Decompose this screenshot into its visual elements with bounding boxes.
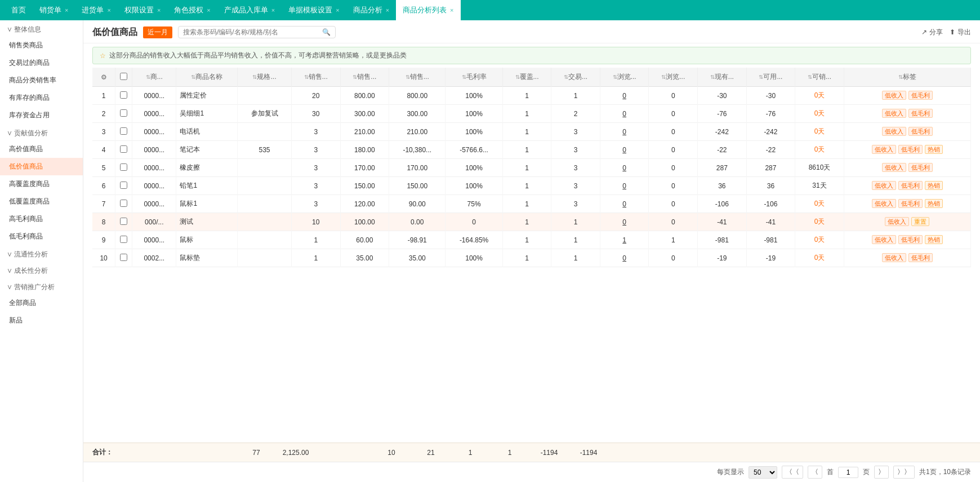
row-checkbox[interactable]: [120, 145, 127, 153]
row-view1[interactable]: 1: [600, 231, 649, 249]
col-coverage[interactable]: ⇅覆盖...: [502, 68, 551, 87]
row-checkbox-cell[interactable]: [115, 213, 132, 231]
row-checkbox-cell[interactable]: [115, 195, 132, 213]
col-settings[interactable]: ⚙: [92, 68, 115, 87]
search-icon[interactable]: 🔍: [322, 28, 331, 36]
nav-item-商品分析列表[interactable]: 商品分析列表×: [396, 0, 460, 20]
row-view1[interactable]: 0: [600, 249, 649, 267]
sidebar-item-低价值商品[interactable]: 低价值商品: [0, 158, 83, 175]
sidebar-item-高覆盖度商品[interactable]: 高覆盖度商品: [0, 175, 83, 193]
prev-page-btn[interactable]: 〈: [808, 466, 822, 479]
nav-item-产成品入库单[interactable]: 产成品入库单×: [217, 0, 282, 20]
nav-item-商品分析[interactable]: 商品分析×: [346, 0, 396, 20]
time-tag-btn[interactable]: 近一月: [143, 26, 172, 38]
col-checkbox[interactable]: [115, 68, 132, 87]
row-view1[interactable]: 0: [600, 177, 649, 195]
sidebar-item-低覆盖度商品[interactable]: 低覆盖度商品: [0, 193, 83, 210]
row-amount: 210.00: [389, 123, 446, 141]
settings-icon[interactable]: ⚙: [101, 73, 107, 81]
sidebar-item-商品分类销售率[interactable]: 商品分类销售率: [0, 72, 83, 89]
row-view1[interactable]: 0: [600, 195, 649, 213]
row-checkbox-cell[interactable]: [115, 141, 132, 159]
row-checkbox[interactable]: [120, 182, 127, 189]
row-checkbox[interactable]: [120, 109, 127, 117]
select-all-checkbox[interactable]: [120, 73, 127, 80]
col-spec[interactable]: ⇅规格...: [238, 68, 292, 87]
close-icon[interactable]: ×: [107, 7, 110, 14]
row-checkbox-cell[interactable]: [115, 123, 132, 141]
row-checkbox-cell[interactable]: [115, 159, 132, 177]
nav-item-进货单[interactable]: 进货单×: [75, 0, 117, 20]
share-button[interactable]: ↗ 分享: [921, 28, 943, 37]
sidebar-group-整体信息[interactable]: ∨ 整体信息: [0, 20, 83, 37]
close-icon[interactable]: ×: [207, 7, 210, 14]
row-view1[interactable]: 0: [600, 105, 649, 123]
row-checkbox-cell[interactable]: [115, 105, 132, 123]
close-icon[interactable]: ×: [450, 7, 453, 14]
sidebar-group-贡献值分析[interactable]: ∨ 贡献值分析: [0, 124, 83, 140]
search-input[interactable]: [183, 28, 320, 36]
col-code[interactable]: ⇅商...: [132, 68, 176, 87]
col-sellable[interactable]: ⇅可销...: [795, 68, 844, 87]
page-size-select[interactable]: 50 100 200: [749, 466, 777, 479]
close-icon[interactable]: ×: [271, 7, 275, 14]
row-checkbox[interactable]: [120, 236, 127, 243]
sidebar-item-交易过的商品[interactable]: 交易过的商品: [0, 54, 83, 72]
sidebar-group-流通性分析[interactable]: ∨ 流通性分析: [0, 245, 83, 262]
sidebar-group-成长性分析[interactable]: ∨ 成长性分析: [0, 262, 83, 278]
col-sales_price[interactable]: ⇅销售...: [340, 68, 389, 87]
close-icon[interactable]: ×: [65, 7, 68, 14]
sidebar-item-库存资金占用[interactable]: 库存资金占用: [0, 107, 83, 124]
table-container[interactable]: ⚙⇅商...⇅商品名称⇅规格...⇅销售...⇅销售...⇅销售...⇅毛利率⇅…: [83, 68, 980, 443]
close-icon[interactable]: ×: [386, 7, 389, 14]
row-view1[interactable]: 0: [600, 87, 649, 105]
nav-item-权限设置[interactable]: 权限设置×: [118, 0, 167, 20]
row-view1[interactable]: 0: [600, 159, 649, 177]
first-page-btn[interactable]: 〈〈: [782, 466, 803, 479]
close-icon[interactable]: ×: [336, 7, 339, 14]
row-checkbox-cell[interactable]: [115, 231, 132, 249]
col-tags[interactable]: ⇅标签: [844, 68, 970, 87]
col-transaction[interactable]: ⇅交易...: [551, 68, 600, 87]
export-button[interactable]: ⬆ 导出: [950, 28, 971, 37]
sidebar-item-有库存的商品[interactable]: 有库存的商品: [0, 89, 83, 107]
page-number-input[interactable]: [838, 467, 858, 478]
col-sales_amount[interactable]: ⇅销售...: [389, 68, 446, 87]
sidebar-item-新品[interactable]: 新品: [0, 312, 83, 329]
row-checkbox[interactable]: [120, 163, 127, 171]
col-current[interactable]: ⇅现有...: [698, 68, 747, 87]
row-checkbox[interactable]: [120, 218, 127, 225]
col-view1[interactable]: ⇅浏览...: [600, 68, 649, 87]
row-checkbox[interactable]: [120, 200, 127, 207]
row-checkbox[interactable]: [120, 254, 127, 261]
col-view2[interactable]: ⇅浏览...: [649, 68, 698, 87]
sidebar-item-全部商品[interactable]: 全部商品: [0, 294, 83, 312]
last-page-btn[interactable]: 〉〉: [893, 466, 915, 479]
sidebar-item-低毛利商品[interactable]: 低毛利商品: [0, 228, 83, 245]
row-checkbox[interactable]: [120, 91, 127, 99]
sidebar-item-高毛利商品[interactable]: 高毛利商品: [0, 210, 83, 228]
col-sales_qty[interactable]: ⇅销售...: [292, 68, 341, 87]
nav-item-角色授权[interactable]: 角色授权×: [167, 0, 217, 20]
sidebar-group-营销推广分析[interactable]: ∨ 营销推广分析: [0, 278, 83, 294]
next-page-btn[interactable]: 〉: [874, 466, 889, 479]
row-checkbox[interactable]: [120, 127, 127, 135]
row-view1[interactable]: 0: [600, 213, 649, 231]
sidebar-item-高价值商品[interactable]: 高价值商品: [0, 140, 83, 158]
row-tags: 低收入低毛利热销: [844, 177, 970, 195]
row-checkbox-cell[interactable]: [115, 177, 132, 195]
row-amount: 300.00: [389, 105, 446, 123]
row-view1[interactable]: 0: [600, 141, 649, 159]
nav-item-销货单[interactable]: 销货单×: [33, 0, 75, 20]
row-view1[interactable]: 0: [600, 123, 649, 141]
nav-item-单据模板设置[interactable]: 单据模板设置×: [282, 0, 346, 20]
row-checkbox-cell[interactable]: [115, 249, 132, 267]
col-margin[interactable]: ⇅毛利率: [446, 68, 502, 87]
col-available[interactable]: ⇅可用...: [746, 68, 795, 87]
close-icon[interactable]: ×: [157, 7, 161, 14]
col-name[interactable]: ⇅商品名称: [176, 68, 238, 87]
row-code: 0000...: [132, 195, 176, 213]
row-checkbox-cell[interactable]: [115, 87, 132, 105]
sidebar-item-销售类商品[interactable]: 销售类商品: [0, 37, 83, 54]
nav-item-首页[interactable]: 首页: [5, 0, 33, 20]
